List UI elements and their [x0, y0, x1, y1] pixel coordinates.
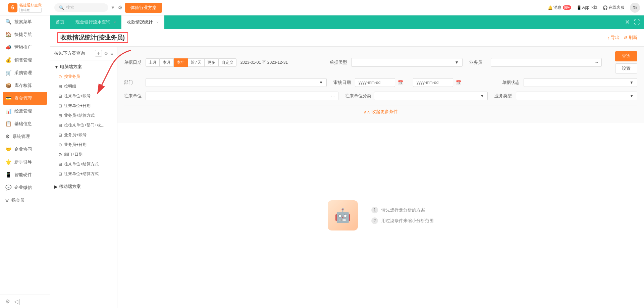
tab-cashflow[interactable]: 现金银行流水查询 × [70, 15, 121, 29]
collapse-bar[interactable]: ∧∧ 收起更多条件 [124, 105, 637, 118]
scheme-settings-button[interactable]: ⚙ [104, 51, 108, 56]
settings-icon[interactable]: ⚙ [118, 4, 122, 11]
online-service-label: 在线客服 [608, 5, 625, 10]
trial-button[interactable]: 体验行业方案 [125, 3, 162, 13]
user-avatar[interactable]: Rit [630, 3, 640, 13]
scheme-item-salesperson[interactable]: ⊙ 按业务员 [50, 72, 117, 82]
sidebar-item-finance[interactable]: 💳 资金管理 [3, 92, 47, 105]
filter-group-date: 单据日期 上月 本月 本年 近7天 更多 自定义 20 [124, 58, 323, 67]
dept-label: 部门 [124, 80, 143, 86]
empty-tip-1: 1 请先选择要分析的方案 [371, 207, 434, 213]
sidebar-item-hardware[interactable]: 📱 智能硬件 [0, 168, 50, 181]
scheme-item-dept-date[interactable]: ⊙ 部门+日期 [50, 150, 117, 159]
notification-area[interactable]: 🔔 消息 99+ [548, 5, 571, 10]
date-tab-this-month[interactable]: 本月 [160, 58, 174, 67]
tab-expand-icon[interactable]: ⛶ [634, 19, 640, 26]
query-button[interactable]: 查询 [615, 51, 637, 61]
top-bar-left: 🔍 搜索 ▼ ⚙ 体验行业方案 [54, 3, 548, 13]
scheme-item-icon: ⊞ [58, 162, 62, 167]
scheme-item-counterpart-dept[interactable]: ⊟ 按往来单位+部门+收... [50, 120, 117, 130]
empty-tip-2: 2 用过滤条件来缩小分析范围 [371, 217, 434, 224]
scheme-item-icon-salesperson: ⊙ [58, 74, 62, 79]
doc-type-select[interactable]: ▼ [351, 58, 462, 67]
sidebar-item-purchase[interactable]: 🛒 采购管理 [0, 66, 50, 79]
sidebar-item-enterprise[interactable]: 🤝 企业协同 [0, 143, 50, 156]
scheme-item-label: 按明细 [64, 84, 76, 89]
scheme-item-counterpart-settlement2[interactable]: ⊞ 往来单位+结算方式 [50, 159, 117, 169]
counterpart-category-select[interactable]: ▼ [374, 92, 488, 100]
filter-group-business-type: 业务类型 ▼ [494, 92, 637, 100]
review-date-to-input[interactable] [413, 78, 453, 87]
sidebar-item-operations[interactable]: 📊 经营管理 [0, 105, 50, 117]
sidebar-item-search[interactable]: 🔍 搜索菜单 [0, 15, 50, 28]
scheme-item-label: 往来单位+日期 [64, 103, 91, 109]
chevron-down-icon: ▼ [630, 94, 634, 98]
sidebar-collapse-icon[interactable]: ◁‖ [14, 298, 21, 305]
bell-icon: 🔔 [548, 5, 553, 10]
date-tab-custom[interactable]: 自定义 [218, 58, 236, 67]
sidebar-item-sales[interactable]: 💰 销售管理 [0, 54, 50, 66]
sidebar-item-marketing[interactable]: 📣 营销推广 [0, 41, 50, 54]
date-tab-more[interactable]: 更多 [204, 58, 218, 67]
empty-robot-icon: 🤖 [328, 200, 358, 230]
sidebar-item-label: 畅会员 [11, 197, 24, 203]
search-box[interactable]: 🔍 搜索 [54, 3, 108, 12]
dropdown-icon[interactable]: ▼ [111, 5, 115, 10]
headset-icon: 🎧 [603, 5, 608, 10]
scheme-add-button[interactable]: + [95, 50, 102, 57]
filter-settings-button[interactable]: 设置 [615, 63, 637, 73]
sidebar-item-guide[interactable]: 🌟 新手引导 [0, 156, 50, 168]
date-tab-last-month[interactable]: 上月 [146, 58, 160, 67]
scheme-item-detail[interactable]: ⊞ 按明细 [50, 82, 117, 91]
scheme-desktop-title[interactable]: ▼ 电脑端方案 [50, 62, 117, 72]
counterpart-select[interactable]: ··· [146, 92, 338, 100]
date-tab-7days[interactable]: 近7天 [188, 58, 204, 67]
scheme-collapse-button[interactable]: « [110, 51, 113, 56]
enterprise-icon: 🤝 [5, 146, 12, 152]
operations-icon: 📊 [5, 108, 12, 114]
collapse-chevron-icon: ∧∧ [364, 109, 370, 114]
sidebar-item-label: 企业微信 [14, 185, 32, 191]
business-type-select[interactable]: ▼ [516, 92, 637, 100]
sidebar-item-label: 采购管理 [14, 70, 32, 76]
tab-cashflow-close[interactable]: × [114, 20, 116, 24]
tab-receipts-close[interactable]: × [156, 20, 158, 24]
sidebar-item-wechat[interactable]: 💬 企业微信 [0, 181, 50, 194]
tip-text-2: 用过滤条件来缩小分析范围 [381, 218, 434, 224]
tab-home[interactable]: 首页 [50, 15, 70, 29]
empty-state: 🤖 1 请先选择要分析的方案 2 用过滤条件来缩小分析范围 [117, 123, 644, 308]
export-button[interactable]: ↑ 导出 [607, 35, 620, 41]
scheme-item-counterpart-settlement3[interactable]: ⊟ 往来单位+结算方式 [50, 169, 117, 179]
refresh-button[interactable]: ↺ 刷新 [624, 35, 637, 41]
scheme-item-icon: ⊟ [58, 171, 62, 176]
sidebar-item-inventory[interactable]: 📦 库存核算 [0, 79, 50, 92]
calendar-icon-to[interactable]: 📅 [456, 80, 461, 85]
sidebar-settings-icon[interactable]: ⚙ [5, 298, 10, 305]
sidebar-item-member[interactable]: V 畅会员 [0, 194, 50, 207]
scheme-item-salesperson-account[interactable]: ⊟ 业务员+账号 [50, 130, 117, 140]
doc-status-select[interactable]: ▼ [524, 78, 637, 87]
review-date-from-input[interactable] [355, 78, 395, 87]
scheme-item-counterpart-account[interactable]: ⊟ 往来单位+账号 [50, 91, 117, 101]
sidebar-item-label: 营销推广 [14, 44, 32, 50]
tab-close-all-icon[interactable]: ✕ [625, 18, 630, 26]
calendar-icon-from[interactable]: 📅 [398, 80, 403, 85]
scheme-item-salesperson-settlement[interactable]: ⊞ 业务员+结算方式 [50, 111, 117, 120]
sidebar-item-basic[interactable]: 📋 基础信息 [0, 117, 50, 130]
salesperson-select[interactable]: ··· [491, 58, 602, 67]
scheme-item-counterpart-date[interactable]: ⊟ 往来单位+日期 [50, 101, 117, 111]
member-icon: V [5, 198, 9, 203]
dept-select[interactable]: ▼ [146, 78, 327, 87]
filter-area: 单据日期 上月 本月 本年 近7天 更多 自定义 20 [117, 47, 644, 123]
logo-area: 6 畅捷通好生意 标准版 [4, 3, 54, 13]
sidebar-item-shortcut[interactable]: 🏠 快捷导航 [0, 28, 50, 41]
online-service-area[interactable]: 🎧 在线客服 [603, 5, 625, 10]
counterpart-label: 往来单位 [124, 93, 143, 99]
scheme-item-salesperson-date[interactable]: ⊙ 业务员+日期 [50, 140, 117, 150]
tab-receipts[interactable]: 收款情况统计 × [121, 15, 164, 29]
sidebar-item-system[interactable]: ⚙ 系统管理 [0, 130, 50, 143]
notification-label: 消息 [553, 5, 561, 10]
app-download-area[interactable]: 📱 App下载 [577, 5, 597, 10]
scheme-mobile-title[interactable]: ▶ 移动端方案 [50, 182, 117, 192]
date-tab-this-year[interactable]: 本年 [174, 58, 188, 67]
